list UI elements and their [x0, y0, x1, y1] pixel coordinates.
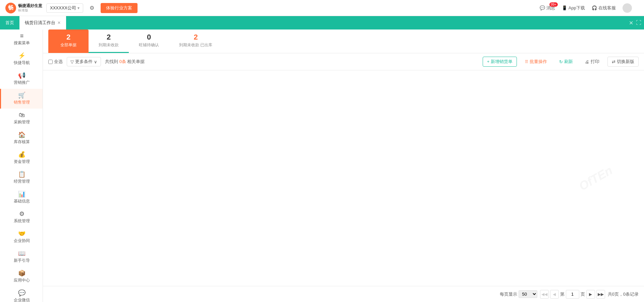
stats-tab-overdue-unpaid[interactable]: 2 到期未收款: [89, 29, 129, 53]
table-area: OfTEn: [43, 70, 644, 286]
stats-tabs: 2 全部单据 2 到期未收款 0 旺辅待确认 2 到期未收款 已出库: [43, 29, 644, 53]
sales-icon: 🛒: [18, 92, 25, 98]
enterprise-icon: 🤝: [18, 231, 25, 237]
refresh-icon: ↻: [559, 59, 563, 64]
select-all-checkbox[interactable]: 全选: [48, 59, 63, 65]
app-download-button[interactable]: 📱 App下载: [562, 5, 585, 11]
next-page-button[interactable]: ▶: [586, 290, 595, 299]
purchase-icon: 🛍: [19, 112, 25, 118]
result-count: 0条: [119, 59, 126, 64]
batch-operation-button[interactable]: ⠿ 批量操作: [521, 57, 551, 66]
company-name: XXXXXX公司: [50, 5, 76, 11]
stats-label-all: 全部单据: [60, 42, 76, 48]
filter-button[interactable]: ▽ 更多条件 ∨: [67, 57, 101, 66]
app-download-icon: 📱: [562, 5, 567, 10]
guide-icon: 📖: [18, 250, 25, 256]
stats-label-overdue-unpaid: 到期未收款: [99, 42, 119, 48]
logo-main-text: 畅捷通好生意: [18, 3, 42, 8]
switch-icon: ⇄: [612, 59, 615, 64]
sidebar-item-app-center[interactable]: 📦 应用中心: [0, 267, 43, 287]
tab-home[interactable]: 首页: [0, 16, 19, 29]
page-size-select-input[interactable]: 50 10 20 100: [519, 290, 537, 298]
page-number-input[interactable]: [566, 290, 579, 299]
message-icon: 💬: [540, 5, 545, 10]
stats-number-overdue-unshipped: 2: [194, 34, 198, 41]
select-all-input[interactable]: [48, 60, 53, 64]
quick-nav-icon: ⚡: [18, 53, 25, 59]
sidebar-item-wechat[interactable]: 💬 企业微信: [0, 287, 43, 302]
switch-version-button[interactable]: ⇄ 切换新版: [607, 57, 639, 67]
chevron-down-icon: ▾: [77, 6, 79, 10]
online-service-button[interactable]: 🎧 在线客服: [592, 5, 616, 11]
last-page-button[interactable]: ▶▶: [596, 290, 605, 299]
trial-button[interactable]: 体验行业方案: [101, 3, 138, 13]
message-button[interactable]: 💬 消息 99+: [540, 5, 555, 11]
stats-label-overdue-unshipped: 到期未收款 已出库: [179, 42, 212, 48]
company-selector[interactable]: XXXXXX公司 ▾: [46, 3, 83, 13]
wechat-icon: 💬: [18, 290, 25, 296]
operations-icon: 📋: [18, 171, 25, 177]
logo-icon: 畅: [5, 3, 16, 13]
filter-chevron-icon: ∨: [94, 59, 97, 64]
print-icon: 🖨: [585, 59, 589, 64]
basic-info-icon: 📊: [18, 191, 25, 197]
stats-tab-all[interactable]: 2 全部单据: [48, 29, 89, 53]
nav-tabs-bar: 首页 钱货日清工作台 ✕ ✕ ⛶: [0, 16, 644, 29]
logo-sub-text: 标准版: [18, 8, 42, 12]
filter-icon: ▽: [70, 59, 74, 64]
search-menu-icon: ≡: [20, 33, 24, 39]
finance-icon: 💰: [18, 152, 25, 158]
inventory-icon: 🏠: [18, 132, 25, 138]
stats-number-overdue-unpaid: 2: [107, 34, 111, 41]
marketing-icon: 📢: [18, 72, 25, 78]
total-text: 共0页，0条记录: [608, 291, 639, 297]
message-badge: 99+: [549, 2, 558, 7]
batch-icon: ⠿: [525, 59, 528, 64]
sidebar-item-quick-nav[interactable]: ⚡ 快捷导航: [0, 49, 43, 69]
sidebar-item-guide[interactable]: 📖 新手引导: [0, 247, 43, 267]
avatar[interactable]: [623, 3, 632, 13]
nav-tabs-right: ✕ ⛶: [629, 20, 644, 26]
header-left: 畅 畅捷通好生意 标准版 XXXXXX公司 ▾ ⚙ 体验行业方案: [5, 3, 138, 13]
logo-text: 畅捷通好生意 标准版: [18, 3, 42, 12]
app-layout: ≡ 搜索菜单 ⚡ 快捷导航 📢 营销推广 🛒 销售管理 🛍 采购管理 🏠 库存核…: [0, 29, 644, 302]
refresh-button[interactable]: ↻ 刷新: [555, 57, 577, 66]
sidebar-item-system[interactable]: ⚙ 系统管理: [0, 207, 43, 227]
headset-icon: 🎧: [592, 5, 597, 10]
tab-qinghuo[interactable]: 钱货日清工作台 ✕: [19, 16, 66, 29]
pagination-controls: ◀◀ ◀ 第 页 ▶ ▶▶: [540, 290, 605, 299]
stats-tab-overdue-unshipped[interactable]: 2 到期未收款 已出库: [169, 29, 222, 53]
system-icon: ⚙: [19, 211, 24, 217]
top-header: 畅 畅捷通好生意 标准版 XXXXXX公司 ▾ ⚙ 体验行业方案 💬 消息 99…: [0, 0, 644, 16]
sidebar-item-search-menu[interactable]: ≡ 搜索菜单: [0, 29, 43, 49]
stats-label-wangwang: 旺辅待确认: [139, 42, 159, 48]
logo-area: 畅 畅捷通好生意 标准版: [5, 3, 42, 13]
stats-tab-wangwang[interactable]: 0 旺辅待确认: [129, 29, 169, 53]
sidebar-item-operations[interactable]: 📋 经营管理: [0, 168, 43, 188]
prev-page-button[interactable]: ◀: [550, 290, 559, 299]
toolbar: 全选 ▽ 更多条件 ∨ 共找到 0条 相关单据 + 新增销货单 ⠿: [43, 53, 644, 70]
tab-expand-icon[interactable]: ⛶: [636, 20, 641, 26]
header-right: 💬 消息 99+ 📱 App下载 🎧 在线客服: [540, 3, 639, 13]
stats-number-wangwang: 0: [147, 34, 151, 41]
settings-button[interactable]: ⚙: [87, 3, 97, 13]
sidebar-item-enterprise[interactable]: 🤝 企业协同: [0, 227, 43, 247]
main-content: 2 全部单据 2 到期未收款 0 旺辅待确认 2 到期未收款 已出库 全选: [43, 29, 644, 302]
first-page-button[interactable]: ◀◀: [540, 290, 549, 299]
sidebar-item-sales[interactable]: 🛒 销售管理: [0, 89, 43, 109]
tab-close-icon[interactable]: ✕: [57, 20, 61, 25]
tab-close-window-icon[interactable]: ✕: [629, 20, 633, 26]
add-sale-button[interactable]: + 新增销货单: [483, 57, 517, 67]
sidebar-item-inventory[interactable]: 🏠 库存核算: [0, 128, 43, 148]
toolbar-left: 全选 ▽ 更多条件 ∨ 共找到 0条 相关单据: [48, 57, 479, 66]
sidebar-item-finance[interactable]: 💰 资金管理: [0, 148, 43, 168]
pagination-bar: 每页显示 50 10 20 100 ◀◀ ◀ 第 页 ▶ ▶▶ 共0页，0条记录: [43, 286, 644, 302]
sidebar-item-purchase[interactable]: 🛍 采购管理: [0, 109, 43, 128]
toolbar-right: + 新增销货单 ⠿ 批量操作 ↻ 刷新 🖨 打印 ⇄ 切换新版: [483, 57, 639, 67]
sidebar-item-marketing[interactable]: 📢 营销推广: [0, 69, 43, 89]
print-button[interactable]: 🖨 打印: [581, 57, 603, 66]
stats-number-all: 2: [66, 34, 70, 41]
sidebar: ≡ 搜索菜单 ⚡ 快捷导航 📢 营销推广 🛒 销售管理 🛍 采购管理 🏠 库存核…: [0, 29, 43, 302]
sidebar-item-basic-info[interactable]: 📊 基础信息: [0, 188, 43, 207]
watermark: OfTEn: [577, 163, 615, 193]
